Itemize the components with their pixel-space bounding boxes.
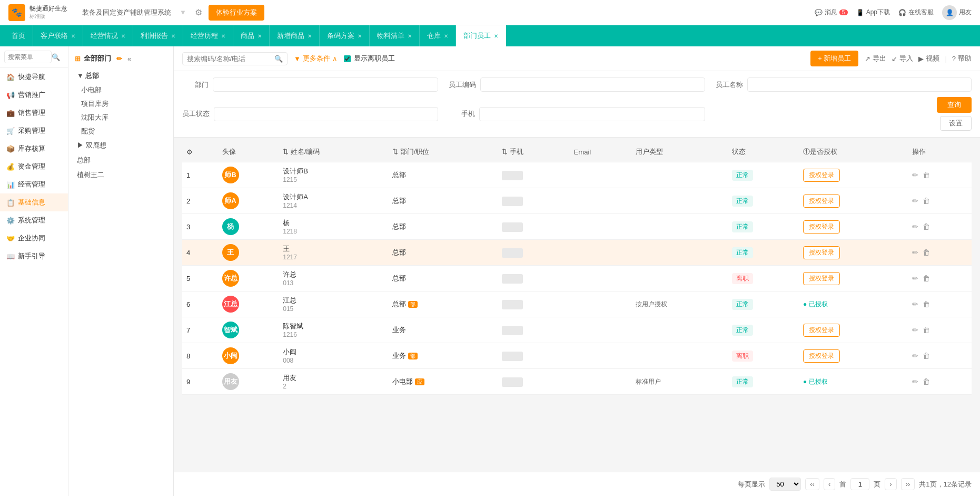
close-icon[interactable]: ✕ — [308, 33, 312, 39]
emp-name-input[interactable] — [747, 77, 972, 92]
edit-button[interactable]: ✏ — [912, 326, 918, 334]
dept-small-electric[interactable]: 小电部 — [68, 83, 173, 97]
auth-button[interactable]: 授权登录 — [803, 246, 840, 259]
logo-area: 🐾 畅捷通好生意 标准版 — [8, 4, 72, 21]
app-download-action[interactable]: 📱 App下载 — [856, 8, 890, 17]
close-icon[interactable]: ✕ — [71, 33, 75, 39]
export-button[interactable]: ↗ 导出 — [865, 54, 886, 63]
close-active-icon[interactable]: ✕ — [494, 33, 498, 39]
close-icon[interactable]: ✕ — [121, 33, 125, 39]
employee-code: 008 — [283, 357, 384, 364]
auth-button[interactable]: 授权登录 — [803, 194, 840, 208]
page-input[interactable] — [850, 478, 869, 490]
close-icon[interactable]: ✕ — [444, 33, 448, 39]
auth-button[interactable]: 授权登录 — [803, 349, 840, 363]
delete-button[interactable]: 🗑 — [923, 274, 930, 283]
close-icon[interactable]: ✕ — [221, 33, 225, 39]
sidebar-item-basic[interactable]: 📋 基础信息 — [0, 193, 68, 211]
show-resigned-checkbox[interactable] — [344, 55, 351, 62]
dept-planting[interactable]: 植树王二 — [68, 168, 173, 182]
row-dept: 业务 — [388, 317, 498, 343]
import-button[interactable]: ↙ 导入 — [892, 54, 913, 63]
tab-history[interactable]: 经营历程 ✕ — [183, 25, 233, 46]
last-page-button[interactable]: ›› — [901, 478, 915, 490]
tab-warehouse[interactable]: 仓库 ✕ — [420, 25, 456, 46]
settings-col-icon[interactable]: ⚙ — [186, 148, 193, 156]
sidebar-item-guide[interactable]: 📖 新手引导 — [0, 247, 68, 265]
online-service-action[interactable]: 🎧 在线客服 — [898, 8, 934, 17]
tab-customer[interactable]: 客户联络 ✕ — [33, 25, 83, 46]
query-button[interactable]: 查询 — [937, 97, 972, 113]
delete-button[interactable]: 🗑 — [923, 300, 930, 308]
reset-button[interactable]: 设置 — [940, 116, 972, 131]
emp-status-select[interactable] — [214, 107, 438, 121]
sidebar-item-business[interactable]: 📊 经营管理 — [0, 176, 68, 193]
dept-general[interactable]: 总部 — [68, 153, 173, 168]
sidebar-item-purchase[interactable]: 🛒 采购管理 — [0, 122, 68, 140]
delete-button[interactable]: 🗑 — [923, 171, 930, 179]
sidebar-search-input[interactable] — [4, 51, 52, 63]
edit-button[interactable]: ✏ — [912, 352, 918, 360]
tab-goods[interactable]: 商品 ✕ — [233, 25, 270, 46]
dept-distribution[interactable]: 配货 — [68, 124, 173, 138]
dept-headquarters[interactable]: ▼ 总部 — [68, 69, 173, 83]
edit-button[interactable]: ✏ — [912, 300, 918, 308]
search-input[interactable] — [187, 55, 271, 63]
sidebar-item-system[interactable]: ⚙️ 系统管理 — [0, 211, 68, 229]
tab-new-goods[interactable]: 新增商品 ✕ — [270, 25, 320, 46]
prev-page-button[interactable]: ‹ — [824, 478, 835, 490]
sidebar-item-finance[interactable]: 💰 资金管理 — [0, 158, 68, 176]
delete-button[interactable]: 🗑 — [923, 352, 930, 360]
emp-code-input[interactable] — [480, 77, 705, 92]
dept-select[interactable] — [213, 77, 438, 92]
tab-home[interactable]: 首页 — [4, 25, 33, 46]
collapse-icon[interactable]: « — [127, 55, 131, 63]
delete-button[interactable]: 🗑 — [923, 197, 930, 205]
tab-bom[interactable]: 物料清单 ✕ — [370, 25, 420, 46]
filter-button[interactable]: ▼ 更多条件 ∧ — [294, 54, 338, 63]
settings-icon[interactable]: ⚙ — [195, 7, 202, 17]
close-icon[interactable]: ✕ — [171, 33, 175, 39]
tab-barcode[interactable]: 条码方案 ✕ — [320, 25, 370, 46]
dept-shenyang[interactable]: 沈阳大库 — [68, 111, 173, 124]
close-icon[interactable]: ✕ — [408, 33, 412, 39]
edit-button[interactable]: ✏ — [912, 274, 918, 283]
sidebar-item-quicknav[interactable]: 🏠 快捷导航 — [0, 68, 68, 86]
edit-button[interactable]: ✏ — [912, 171, 918, 179]
close-icon[interactable]: ✕ — [258, 33, 262, 39]
tab-profit[interactable]: 利润报告 ✕ — [133, 25, 183, 46]
edit-button[interactable]: ✏ — [912, 248, 918, 257]
next-page-button[interactable]: › — [885, 478, 896, 490]
add-employee-button[interactable]: + 新增员工 — [810, 51, 858, 66]
dept-shuanglu[interactable]: ▶ 双鹿想 — [68, 138, 173, 153]
edit-button[interactable]: ✏ — [912, 197, 918, 205]
delete-button[interactable]: 🗑 — [923, 248, 930, 257]
first-page-button[interactable]: ‹‹ — [805, 478, 819, 490]
auth-button[interactable]: 授权登录 — [803, 169, 840, 182]
sidebar-item-collab[interactable]: 🤝 企业协同 — [0, 229, 68, 247]
auth-button[interactable]: 授权登录 — [803, 220, 840, 234]
tab-dept-staff[interactable]: 部门员工 ✕ — [456, 25, 506, 46]
user-action[interactable]: 👤 用友 — [942, 5, 972, 20]
edit-button[interactable]: ✏ — [912, 377, 918, 386]
sidebar-item-sales[interactable]: 💼 销售管理 — [0, 104, 68, 122]
per-page-select[interactable]: 50 100 — [769, 478, 801, 491]
tab-operation[interactable]: 经营情况 ✕ — [83, 25, 133, 46]
delete-button[interactable]: 🗑 — [923, 222, 930, 231]
video-button[interactable]: ▶ 视频 — [918, 54, 939, 63]
sidebar-item-inventory[interactable]: 📦 库存核算 — [0, 140, 68, 158]
dept-project-room[interactable]: 项目库房 — [68, 97, 173, 111]
auth-button[interactable]: 授权登录 — [803, 324, 840, 337]
sidebar-item-marketing[interactable]: 📢 营销推广 — [0, 86, 68, 104]
messages-action[interactable]: 💬 消息 5 — [815, 8, 848, 17]
status-badge: 正常 — [732, 196, 753, 207]
phone-input[interactable] — [479, 107, 705, 121]
close-icon[interactable]: ✕ — [358, 33, 362, 39]
delete-button[interactable]: 🗑 — [923, 377, 930, 386]
edit-button[interactable]: ✏ — [912, 222, 918, 231]
auth-button[interactable]: 授权登录 — [803, 272, 840, 285]
delete-button[interactable]: 🗑 — [923, 326, 930, 334]
experience-button[interactable]: 体验行业方案 — [209, 5, 264, 21]
edit-dept-icon[interactable]: ✏ — [116, 55, 122, 63]
help-button[interactable]: ? 帮助 — [952, 54, 972, 63]
